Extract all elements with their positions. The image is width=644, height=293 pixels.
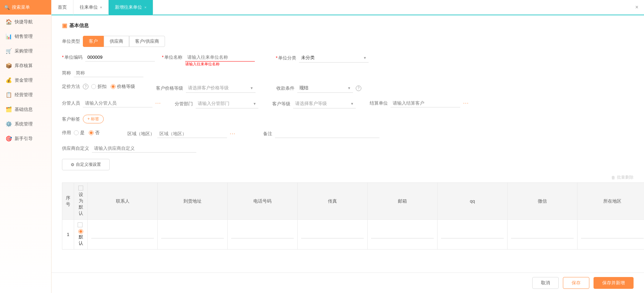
disabled-yes-radio[interactable] bbox=[74, 130, 79, 135]
note-field: 备注 bbox=[263, 130, 379, 138]
unit-type-both-btn[interactable]: 客户/供应商 bbox=[129, 36, 165, 47]
sidebar-item-purchase[interactable]: 🛒 采购管理 bbox=[0, 44, 51, 58]
unit-name-error-msg: 请输入往来单位名称 bbox=[185, 62, 220, 67]
manager-input[interactable] bbox=[83, 99, 152, 107]
col-phone: 电话号码 bbox=[228, 183, 298, 220]
row-email-input[interactable] bbox=[371, 230, 434, 238]
section-basic-info: ▣ 基本信息 bbox=[62, 22, 634, 29]
note-label: 备注 bbox=[263, 131, 272, 137]
sidebar-item-quick-nav[interactable]: 🏠 快捷导航 bbox=[0, 15, 51, 29]
col-region: 所在地区 bbox=[578, 183, 644, 220]
disabled-radio-group: 是 否 bbox=[74, 130, 100, 136]
unit-category-select[interactable]: 未分类 ▼ bbox=[299, 53, 369, 63]
disabled-label: 停用 bbox=[62, 130, 71, 136]
disabled-no-radio[interactable] bbox=[89, 130, 94, 135]
sidebar-item-label: 系统管理 bbox=[15, 121, 33, 127]
footer: 取消 保存 保存并新增 bbox=[52, 272, 644, 293]
row-region[interactable] bbox=[578, 220, 644, 250]
table-head: 序号 设为默认 联系人 到货地址 电话号码 传真 邮箱 qq 微信 所在地区 操… bbox=[62, 183, 644, 220]
unit-type-group: 客户 供应商 客户/供应商 bbox=[83, 36, 165, 47]
customer-price-arrow-icon: ▼ bbox=[250, 86, 253, 90]
sidebar-item-sales[interactable]: 📊 销售管理 bbox=[0, 29, 51, 44]
row-qq[interactable] bbox=[438, 220, 508, 250]
dept-select[interactable]: 请输入分管部门 ▼ bbox=[196, 99, 258, 108]
table-row: 1 默认 bbox=[62, 220, 644, 250]
row-qq-input[interactable] bbox=[441, 230, 504, 238]
supplier-custom-input[interactable] bbox=[92, 144, 196, 153]
sidebar-item-label: 库存核算 bbox=[15, 63, 33, 69]
manager-label: 分管人员 bbox=[62, 100, 80, 106]
row-phone-input[interactable] bbox=[231, 230, 294, 238]
batch-delete-btn[interactable]: 🗑 批量删除 bbox=[611, 174, 634, 180]
settlement-unit-more-btn[interactable]: ··· bbox=[463, 100, 469, 106]
note-input[interactable] bbox=[275, 130, 379, 138]
col-default-checkbox[interactable] bbox=[78, 186, 83, 190]
row-phone[interactable] bbox=[228, 220, 298, 250]
row-region-input[interactable] bbox=[581, 230, 644, 238]
row-fax[interactable] bbox=[298, 220, 368, 250]
dept-field: 分管部门 请输入分管部门 ▼ bbox=[175, 99, 258, 108]
unit-name-input-box: 请输入往来单位名称 bbox=[185, 53, 255, 62]
tab-home[interactable]: 首页 bbox=[52, 0, 73, 15]
manager-row: 分管人员 ··· 分管部门 请输入分管部门 ▼ 客户等级 请选择客户等级 ▼ bbox=[62, 99, 634, 108]
pricing-help-icon[interactable]: ? bbox=[83, 84, 88, 89]
pricing-price-level-radio[interactable] bbox=[111, 84, 116, 89]
sidebar-item-finance[interactable]: 💰 资金管理 bbox=[0, 73, 51, 88]
main-close-btn[interactable]: × bbox=[630, 4, 644, 10]
region-more-btn[interactable]: ··· bbox=[230, 131, 235, 137]
unit-code-input[interactable] bbox=[85, 53, 155, 62]
row-default-radio[interactable] bbox=[78, 229, 83, 234]
customize-btn[interactable]: ⚙ 自定义项设置 bbox=[62, 159, 110, 170]
row-default-checkbox[interactable] bbox=[78, 222, 83, 227]
disabled-yes-option[interactable]: 是 bbox=[74, 130, 85, 136]
tab-home-label: 首页 bbox=[58, 4, 67, 10]
settlement-unit-input[interactable] bbox=[391, 99, 460, 107]
tab-partners-close[interactable]: × bbox=[100, 5, 102, 9]
sidebar-item-label: 基础信息 bbox=[15, 106, 33, 113]
unit-type-supplier-btn[interactable]: 供应商 bbox=[104, 36, 129, 47]
customer-price-select[interactable]: 请选择客户价格等级 ▼ bbox=[186, 83, 256, 93]
unit-type-customer-btn[interactable]: 客户 bbox=[83, 36, 104, 47]
unit-name-input[interactable] bbox=[185, 53, 255, 62]
sidebar-item-newbie[interactable]: 🎯 新手引导 bbox=[0, 131, 51, 146]
save-new-button[interactable]: 保存并新增 bbox=[594, 277, 634, 289]
alias-label: 简称 bbox=[62, 70, 71, 76]
row-fax-input[interactable] bbox=[301, 230, 364, 238]
tab-new-partner-close[interactable]: × bbox=[144, 5, 146, 9]
tab-bar: 首页 往来单位 × 新增往来单位 × × bbox=[52, 0, 644, 15]
dept-arrow-icon: ▼ bbox=[253, 102, 256, 106]
row-contact-input[interactable] bbox=[91, 230, 154, 238]
sidebar-item-operations[interactable]: 📋 经营管理 bbox=[0, 88, 51, 102]
row-wechat[interactable] bbox=[508, 220, 578, 250]
manager-more-btn[interactable]: ··· bbox=[155, 100, 161, 106]
manager-field: 分管人员 ··· bbox=[62, 99, 161, 107]
row-wechat-input[interactable] bbox=[511, 230, 574, 238]
payment-terms-select[interactable]: 现结 ▼ bbox=[297, 83, 353, 93]
pricing-discount-radio[interactable] bbox=[91, 84, 96, 89]
cancel-button[interactable]: 取消 bbox=[532, 277, 559, 289]
sidebar-item-system[interactable]: ⚙️ 系统管理 bbox=[0, 117, 51, 131]
sidebar-item-basic[interactable]: 🗂️ 基础信息 bbox=[0, 102, 51, 117]
save-button[interactable]: 保存 bbox=[563, 277, 589, 289]
row-contact[interactable] bbox=[88, 220, 158, 250]
table-header-row: 序号 设为默认 联系人 到货地址 电话号码 传真 邮箱 qq 微信 所在地区 操… bbox=[62, 183, 644, 220]
pricing-discount-option[interactable]: 折扣 bbox=[91, 83, 107, 90]
tab-partners[interactable]: 往来单位 × bbox=[73, 0, 109, 15]
tag-add-btn[interactable]: + 标签 bbox=[83, 115, 104, 123]
pricing-price-level-label: 价格等级 bbox=[117, 83, 135, 90]
disabled-no-option[interactable]: 否 bbox=[89, 130, 100, 136]
alias-input[interactable] bbox=[74, 69, 143, 77]
payment-terms-help-icon[interactable]: ? bbox=[356, 86, 361, 91]
region-input[interactable] bbox=[157, 130, 227, 138]
search-menu-icon: 🔍 bbox=[4, 5, 10, 10]
customer-level-select[interactable]: 请选择客户等级 ▼ bbox=[293, 99, 356, 108]
search-menu-btn[interactable]: 🔍 搜索菜单 bbox=[0, 0, 51, 15]
sidebar-item-inventory[interactable]: 📦 库存核算 bbox=[0, 58, 51, 73]
row-email[interactable] bbox=[368, 220, 438, 250]
pricing-price-level-option[interactable]: 价格等级 bbox=[111, 83, 135, 90]
dept-placeholder: 请输入分管部门 bbox=[198, 100, 229, 107]
row-address-input[interactable] bbox=[161, 230, 224, 238]
row-address[interactable] bbox=[158, 220, 228, 250]
unit-type-row: 单位类型 客户 供应商 客户/供应商 bbox=[62, 36, 634, 47]
tab-new-partner[interactable]: 新增往来单位 × bbox=[109, 0, 153, 15]
